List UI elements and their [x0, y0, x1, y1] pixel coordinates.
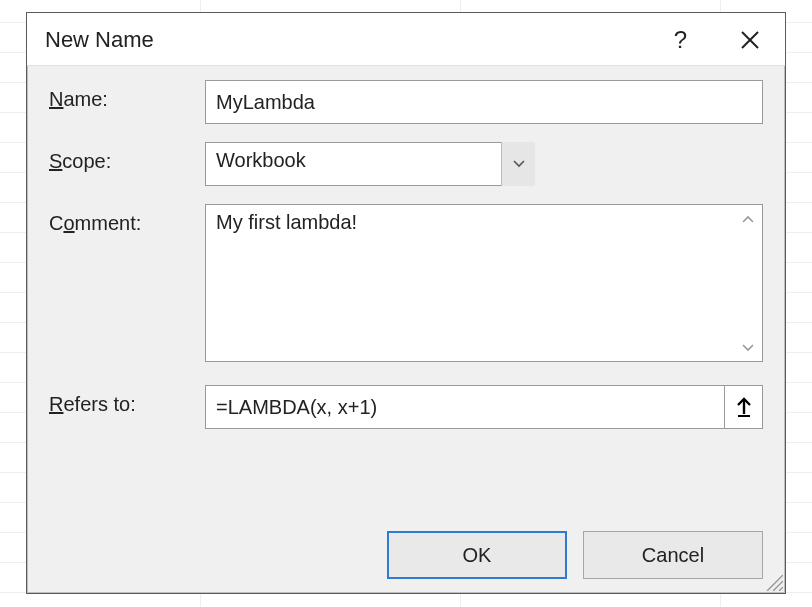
refers-to-label: Refers to:: [49, 385, 197, 429]
comment-wrap: [205, 204, 763, 367]
svg-line-6: [779, 587, 783, 591]
titlebar: New Name ?: [27, 13, 785, 66]
collapse-arrow-icon: [735, 396, 753, 418]
scope-label: Scope:: [49, 142, 197, 186]
ok-button[interactable]: OK: [387, 531, 567, 579]
dialog-title: New Name: [45, 27, 668, 53]
dialog-footer: OK Cancel: [27, 519, 785, 593]
close-button[interactable]: [733, 25, 767, 55]
scope-cell: Workbook: [205, 142, 763, 186]
chevron-down-icon: [513, 160, 525, 168]
scope-caret: [501, 142, 535, 186]
close-icon: [739, 29, 761, 51]
collapse-dialog-button[interactable]: [725, 385, 763, 429]
cancel-button[interactable]: Cancel: [583, 531, 763, 579]
new-name-dialog: New Name ? Name: Scope: Workbook Comment…: [26, 12, 786, 594]
name-input[interactable]: [205, 80, 763, 124]
refers-to-wrap: [205, 385, 763, 429]
refers-to-input[interactable]: [205, 385, 725, 429]
comment-label: Comment:: [49, 204, 197, 367]
comment-input[interactable]: [205, 204, 763, 362]
help-button[interactable]: ?: [668, 26, 693, 54]
dialog-body: Name: Scope: Workbook Comment: Refers to…: [27, 66, 785, 519]
scope-select-value: Workbook: [205, 142, 535, 186]
scope-select[interactable]: Workbook: [205, 142, 535, 186]
name-label: Name:: [49, 80, 197, 124]
titlebar-actions: ?: [668, 25, 767, 55]
resize-grip-icon[interactable]: [763, 571, 783, 591]
